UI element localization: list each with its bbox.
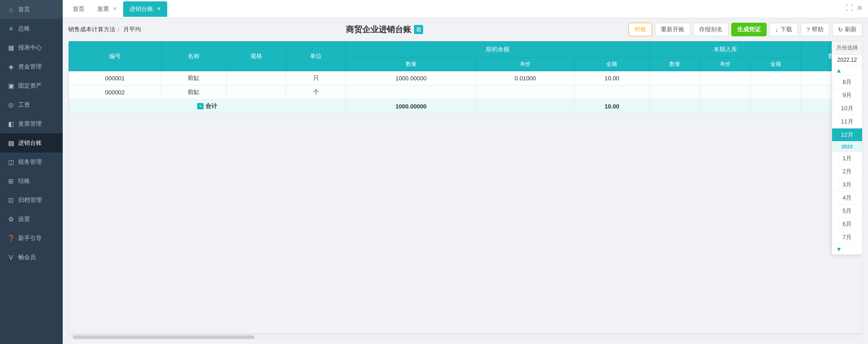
month-nav-up-arrow[interactable]: ▲ (835, 66, 843, 74)
sidebar-item-invoice[interactable]: ◧ 发票管理 (0, 114, 63, 133)
sidebar-item-member[interactable]: V 畅会员 (0, 248, 63, 267)
month-item-2[interactable]: 2月 (832, 165, 862, 178)
month-item-4[interactable]: 4月 (832, 192, 862, 205)
tab-ledger-close[interactable]: ✕ (157, 6, 161, 12)
archive-icon: ⊡ (7, 197, 15, 204)
sidebar-item-label: 进销台账 (18, 139, 42, 147)
month-item-7[interactable]: 7月 (832, 231, 862, 244)
member-icon: V (7, 254, 15, 261)
help-icon: ? (807, 26, 810, 33)
month-panel-nav-down: ▼ (832, 244, 862, 255)
tab-invoice-close[interactable]: ✕ (113, 6, 117, 12)
sidebar-item-closing[interactable]: ⊞ 结账 (0, 172, 63, 191)
cell-spec (227, 85, 286, 99)
save-alias-button[interactable]: 存报别名 (693, 23, 728, 36)
cost-method-value: 月平均 (123, 26, 141, 33)
sidebar-item-label: 新手引导 (18, 234, 42, 242)
cell-open-price (476, 85, 574, 99)
help-button[interactable]: ? 帮助 (801, 23, 829, 36)
sidebar-item-label: 固定资产 (18, 82, 42, 90)
invoice-icon: ◧ (7, 120, 15, 128)
main-content: 首页 发票 ✕ 进销台账 ✕ ⛶ ✕ 销售成本计算方法： 月平均 商贸企业进销台… (63, 0, 868, 344)
cell-code: 000002 (69, 85, 161, 99)
sidebar-item-label: 报表中心 (18, 44, 42, 52)
sidebar-item-tax[interactable]: ◫ 税务管理 (0, 152, 63, 172)
assets-icon: ▣ (7, 82, 15, 89)
sidebar-item-reports[interactable]: ▦ 报表中心 (0, 38, 63, 57)
sub-col-open-amount: 金额 (574, 58, 649, 71)
cell-unit: 个 (286, 85, 346, 99)
month-panel-nav-up: ▲ (832, 65, 862, 76)
closing-icon: ⊞ (7, 177, 15, 185)
month-item-6[interactable]: 6月 (832, 218, 862, 231)
content-area: 销售成本计算方法： 月平均 商贸企业进销台账 目 对账 重新开账 存报别名 生成… (63, 18, 868, 344)
cell-in-amount (750, 85, 801, 99)
ledger-icon: ≡ (7, 25, 15, 32)
col-unit: 单位 (286, 42, 346, 71)
cell-open-qty (346, 85, 477, 99)
month-item-1[interactable]: 1月 (832, 152, 862, 165)
sidebar-item-label: 首页 (18, 5, 30, 14)
month-item-9[interactable]: 9月 (832, 89, 862, 102)
reopen-button[interactable]: 重新开账 (655, 23, 690, 36)
sidebar-item-settings[interactable]: ⚙ 设置 (0, 210, 63, 229)
window-maximize-button[interactable]: ⛶ (846, 4, 853, 12)
month-item-5[interactable]: 5月 (832, 205, 862, 218)
sidebar-item-guide[interactable]: ❓ 新手引导 (0, 229, 63, 248)
total-open-amount: 10.00 (574, 99, 649, 113)
sidebar-item-fund[interactable]: ◈ 资金管理 (0, 57, 63, 76)
total-in-qty (650, 99, 700, 113)
month-item-8[interactable]: 8月 (832, 76, 862, 89)
month-panel: 月份选择 2022.12 ▲ 8月 9月 10月 11月 12月 2023 1月… (832, 41, 863, 255)
month-item-10[interactable]: 10月 (832, 102, 862, 115)
cell-in-qty (650, 71, 700, 85)
month-item-3[interactable]: 3月 (832, 178, 862, 192)
total-in-price (700, 99, 750, 113)
sub-col-in-amount: 金额 (750, 58, 801, 71)
cell-open-price: 0.01000 (476, 71, 574, 85)
tab-invoice[interactable]: 发票 ✕ (91, 1, 123, 17)
col-opening-balance: 期初余额 (346, 42, 650, 58)
sidebar-item-archive[interactable]: ⊡ 归档管理 (0, 191, 63, 210)
ledger-main-icon: ▤ (7, 139, 15, 147)
cell-open-amount (574, 85, 649, 99)
sidebar-item-fixed-assets[interactable]: ▣ 固定资产 (0, 76, 63, 95)
download-button[interactable]: ↓ 下载 (769, 23, 798, 36)
sidebar-item-general-ledger[interactable]: ≡ 总账 (0, 19, 63, 38)
reconcile-button[interactable]: 对账 (629, 23, 652, 36)
sidebar-item-label: 结账 (18, 177, 30, 185)
generate-voucher-button[interactable]: 生成凭证 (731, 23, 767, 36)
sidebar-item-payroll[interactable]: ◎ 工资 (0, 95, 63, 114)
cell-name: 前缸 (161, 85, 226, 99)
tab-ledger[interactable]: 进销台账 ✕ (123, 1, 167, 17)
cost-method: 销售成本计算方法： 月平均 (68, 25, 141, 34)
sidebar-item-label: 税务管理 (18, 158, 42, 166)
table-row: 000001 前缸 只 1000.00000 0.01000 10.00 (69, 71, 862, 85)
sub-col-open-qty: 数量 (346, 58, 477, 71)
sidebar-item-label: 设置 (18, 215, 30, 223)
window-close-button[interactable]: ✕ (857, 4, 863, 12)
col-name: 名称 (161, 42, 226, 71)
sidebar-item-ledger[interactable]: ▤ 进销台账 (0, 133, 63, 152)
toolbar-right: 对账 重新开账 存报别名 生成凭证 ↓ 下载 ? 帮助 ↻ 刷新 (629, 23, 863, 36)
sidebar-item-label: 资金管理 (18, 63, 42, 71)
sidebar-item-label: 归档管理 (18, 196, 42, 204)
reports-icon: ▦ (7, 44, 15, 51)
total-open-price (476, 99, 574, 113)
cell-in-qty (650, 85, 700, 99)
refresh-button[interactable]: ↻ 刷新 (832, 23, 863, 36)
tax-icon: ◫ (7, 158, 15, 166)
cell-open-qty: 1000.00000 (346, 71, 477, 85)
month-nav-down-arrow[interactable]: ▼ (835, 245, 843, 253)
settings-icon: ⚙ (7, 216, 15, 223)
data-table-wrap: 编号 名称 规格 单位 期初余额 本期入库 数 数量 单价 金额 数 (68, 41, 863, 334)
horizontal-scrollbar[interactable] (68, 334, 863, 339)
sidebar: ⌂ 首页 ≡ 总账 ▦ 报表中心 ◈ 资金管理 ▣ 固定资产 ◎ 工资 ◧ 发票… (0, 0, 63, 344)
tab-home[interactable]: 首页 (66, 1, 91, 17)
month-item-12[interactable]: 12月 (832, 128, 862, 142)
cell-spec (227, 71, 286, 85)
scrollbar-thumb[interactable] (73, 335, 254, 339)
sub-col-open-price: 单价 (476, 58, 574, 71)
month-item-11[interactable]: 11月 (832, 115, 862, 128)
sidebar-item-home[interactable]: ⌂ 首页 (0, 0, 63, 19)
